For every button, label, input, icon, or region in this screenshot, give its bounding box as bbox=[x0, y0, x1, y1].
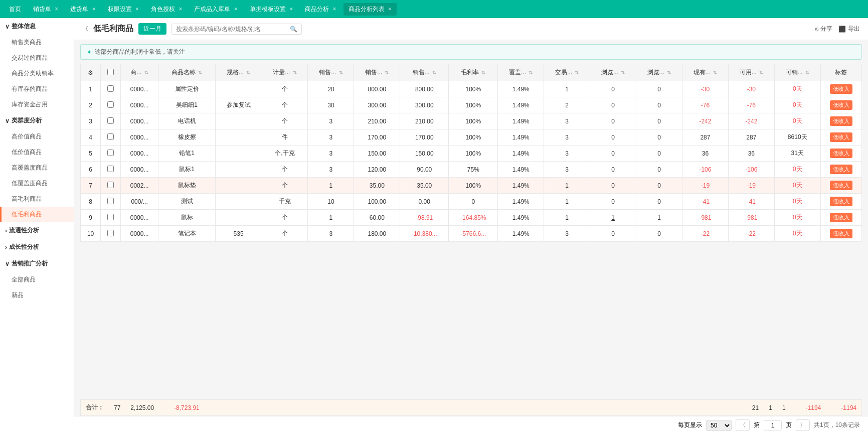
table-cell[interactable]: 低收入 bbox=[820, 162, 861, 178]
sidebar-group-cluster[interactable]: ∨ 类群度分析 bbox=[0, 112, 74, 129]
sidebar-item-low-margin[interactable]: 低毛利商品 bbox=[0, 207, 74, 222]
table-cell[interactable]: 低收入 bbox=[820, 210, 861, 226]
table-cell[interactable]: 低收入 bbox=[820, 178, 861, 194]
sidebar-group-growth[interactable]: › 成长性分析 bbox=[0, 239, 74, 255]
row-checkbox[interactable] bbox=[107, 198, 114, 204]
table-cell: 2 bbox=[544, 97, 590, 113]
table-cell: -98.91 bbox=[400, 210, 449, 226]
close-icon[interactable]: × bbox=[333, 6, 336, 13]
table-cell: 100% bbox=[449, 178, 498, 194]
th-name: 商品名称 ⇅ bbox=[158, 64, 215, 81]
table-cell[interactable] bbox=[101, 81, 121, 97]
th-gross-margin: 毛利率 ⇅ bbox=[449, 64, 498, 81]
table-cell bbox=[215, 129, 262, 146]
sidebar-group-marketing[interactable]: ∨ 营销推广分析 bbox=[0, 255, 74, 272]
search-input[interactable] bbox=[176, 26, 288, 33]
table-cell: 287 bbox=[682, 129, 728, 146]
table-cell: -164.85% bbox=[449, 210, 498, 226]
table-cell[interactable]: 低收入 bbox=[820, 226, 861, 242]
sidebar-item-category-sales[interactable]: 商品分类助销率 bbox=[0, 66, 74, 81]
close-icon[interactable]: × bbox=[289, 6, 293, 13]
close-icon[interactable]: × bbox=[234, 6, 238, 13]
table-cell[interactable] bbox=[101, 210, 121, 226]
sidebar-item-low-value[interactable]: 低价值商品 bbox=[0, 144, 74, 160]
next-page-btn[interactable]: 〉 bbox=[796, 419, 810, 431]
table-cell: 3 bbox=[308, 146, 354, 162]
table-cell: 橡皮擦 bbox=[158, 129, 215, 146]
nav-role-auth[interactable]: 角色授权 × bbox=[146, 3, 187, 16]
prev-page-btn[interactable]: 〈 bbox=[736, 419, 750, 431]
table-cell[interactable] bbox=[101, 162, 121, 178]
table-cell[interactable]: 低收入 bbox=[820, 113, 861, 129]
table-cell[interactable] bbox=[101, 113, 121, 129]
table-cell: 60.00 bbox=[354, 210, 400, 226]
row-checkbox[interactable] bbox=[107, 117, 114, 124]
search-icon[interactable]: 🔍 bbox=[290, 26, 297, 33]
sidebar-item-sales-goods[interactable]: 销售类商品 bbox=[0, 35, 74, 50]
table-cell: 30 bbox=[308, 97, 354, 113]
table-cell: 0 bbox=[636, 226, 682, 242]
table-cell[interactable]: 低收入 bbox=[820, 146, 861, 162]
table-cell: 7 bbox=[81, 178, 101, 194]
page-size-select[interactable]: 50 100 200 bbox=[706, 420, 732, 431]
sidebar-item-low-coverage[interactable]: 低覆盖度商品 bbox=[0, 176, 74, 191]
nav-product-analysis[interactable]: 商品分析 × bbox=[300, 3, 341, 16]
sidebar-item-high-margin[interactable]: 高毛利商品 bbox=[0, 191, 74, 207]
row-checkbox[interactable] bbox=[107, 230, 114, 236]
sidebar-item-high-value[interactable]: 高价值商品 bbox=[0, 129, 74, 144]
table-cell[interactable]: 低收入 bbox=[820, 194, 861, 210]
table-cell: 3 bbox=[81, 113, 101, 129]
row-checkbox[interactable] bbox=[107, 101, 114, 108]
table-cell: 90.00 bbox=[400, 162, 449, 178]
th-settings[interactable]: ⚙ bbox=[81, 64, 101, 81]
table-cell: 300.00 bbox=[400, 97, 449, 113]
export-btn[interactable]: ⬛ 导出 bbox=[838, 25, 860, 33]
sidebar-item-new-goods[interactable]: 新品 bbox=[0, 287, 74, 303]
sidebar-collapse-btn[interactable]: 《 bbox=[82, 25, 88, 33]
close-icon[interactable]: × bbox=[179, 6, 182, 13]
row-checkbox[interactable] bbox=[107, 182, 114, 188]
table-cell[interactable]: 低收入 bbox=[820, 81, 861, 97]
sidebar-item-capital-usage[interactable]: 库存资金占用 bbox=[0, 97, 74, 112]
table-cell[interactable] bbox=[101, 129, 121, 146]
row-checkbox[interactable] bbox=[107, 214, 114, 220]
sidebar-group-circulation[interactable]: › 流通性分析 bbox=[0, 222, 74, 239]
nav-permission-settings[interactable]: 权限设置 × bbox=[103, 3, 144, 16]
table-cell: -981 bbox=[728, 210, 774, 226]
sidebar-item-traded-goods[interactable]: 交易过的商品 bbox=[0, 50, 74, 66]
table-cell[interactable] bbox=[101, 97, 121, 113]
nav-template-settings[interactable]: 单据模板设置 × bbox=[245, 3, 298, 16]
row-checkbox[interactable] bbox=[107, 166, 114, 172]
nav-product-inbound[interactable]: 产成品入库单 × bbox=[189, 3, 242, 16]
th-tag: 标签 bbox=[820, 64, 861, 81]
table-cell[interactable] bbox=[101, 178, 121, 194]
nav-sales-order[interactable]: 销货单 × bbox=[28, 3, 63, 16]
page-input[interactable] bbox=[764, 420, 782, 430]
select-all-checkbox[interactable] bbox=[107, 69, 114, 75]
share-btn[interactable]: ⎋ 分享 bbox=[815, 25, 832, 33]
filter-recent-month-btn[interactable]: 近一月 bbox=[138, 23, 166, 35]
row-checkbox[interactable] bbox=[107, 85, 114, 92]
table-cell[interactable]: 低收入 bbox=[820, 129, 861, 146]
close-icon[interactable]: × bbox=[388, 6, 392, 13]
sidebar-group-overall[interactable]: ∨ 整体信息 bbox=[0, 18, 74, 35]
sidebar-item-all-goods[interactable]: 全部商品 bbox=[0, 272, 74, 287]
row-checkbox[interactable] bbox=[107, 150, 114, 156]
th-checkbox[interactable] bbox=[101, 64, 121, 81]
close-icon[interactable]: × bbox=[55, 6, 58, 13]
row-checkbox[interactable] bbox=[107, 133, 114, 140]
tag-badge: 低收入 bbox=[830, 229, 852, 238]
sidebar-item-in-stock[interactable]: 有库存的商品 bbox=[0, 81, 74, 97]
footer-sales-profit: -8,723.91 bbox=[174, 404, 200, 411]
nav-product-analysis-list[interactable]: 商品分析列表 × bbox=[343, 3, 397, 16]
sidebar-item-high-coverage[interactable]: 高覆盖度商品 bbox=[0, 160, 74, 176]
nav-home[interactable]: 首页 bbox=[4, 3, 26, 16]
table-cell[interactable] bbox=[101, 194, 121, 210]
table-cell[interactable] bbox=[101, 146, 121, 162]
table-cell[interactable] bbox=[101, 226, 121, 242]
nav-purchase-order[interactable]: 进货单 × bbox=[65, 3, 100, 16]
close-icon[interactable]: × bbox=[135, 6, 139, 13]
table-cell[interactable]: 1 bbox=[590, 210, 636, 226]
table-cell[interactable]: 低收入 bbox=[820, 97, 861, 113]
close-icon[interactable]: × bbox=[92, 6, 96, 13]
